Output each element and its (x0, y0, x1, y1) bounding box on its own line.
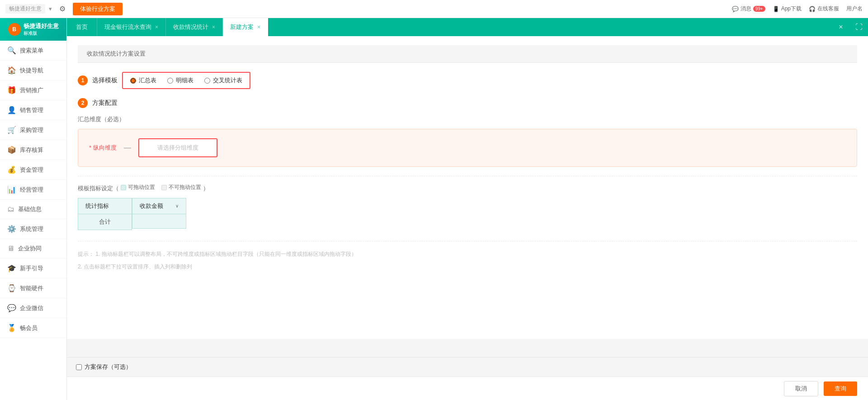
sidebar-item-newbie[interactable]: 🎓 新手引导 (0, 259, 66, 278)
sidebar-item-system[interactable]: ⚙️ 系统管理 (0, 219, 66, 239)
step1-number: 1 (78, 75, 88, 85)
save-checkbox-label[interactable]: 方案保存（可选） (76, 363, 132, 371)
radio-summary-label: 汇总表 (139, 76, 156, 85)
member-icon: 🏅 (7, 324, 16, 332)
tab-collection-close[interactable]: × (212, 24, 215, 30)
save-label: 方案保存（可选） (85, 363, 132, 371)
tab-home[interactable]: 首页 (67, 18, 97, 36)
sidebar-item-label: 资金管理 (20, 166, 43, 174)
tab-home-label: 首页 (76, 23, 88, 31)
metrics-stat-header: 统计指标 (78, 198, 132, 214)
dimension-input-area: * 纵向维度 — 请选择分组维度 (78, 129, 857, 167)
watch-icon: ⌚ (7, 284, 16, 292)
radio-detail-input[interactable] (167, 78, 173, 84)
metrics-title: 模板指标设定（ 可拖动位置 不可拖动位置 (78, 184, 209, 193)
tips-item-2: 2. 点击标题栏下拉可设置排序、插入列和删除列 (78, 261, 857, 272)
page-title: 收款情况统计方案设置 (78, 45, 857, 63)
sidebar-item-purchase[interactable]: 🛒 采购管理 (0, 120, 66, 140)
page-content: 收款情况统计方案设置 1 选择模板 汇总表 (67, 36, 868, 357)
sidebar-item-finance[interactable]: 💰 资金管理 (0, 160, 66, 180)
chart-icon: 📊 (7, 185, 16, 194)
user-name: 用户名 (846, 5, 863, 13)
sidebar-item-operations[interactable]: 📊 经营管理 (0, 180, 66, 200)
sidebar-item-search[interactable]: 🔍 搜索菜单 (0, 41, 66, 61)
sidebar-item-label: 畅会员 (20, 324, 38, 332)
sidebar-item-marketing[interactable]: 🎁 营销推广 (0, 80, 66, 100)
movable-dot (121, 185, 126, 190)
message-label: 消息 (741, 5, 751, 13)
top-header: 畅捷通好生意 ▾ ⚙ 体验行业方案 💬 消息 99+ 📱 App下载 🎧 在线客… (0, 0, 868, 18)
sidebar-item-sales[interactable]: 👤 销售管理 (0, 100, 66, 120)
metrics-grid: 统计指标 合计 收款金额 ∨ (78, 198, 857, 230)
message-icon: 💬 (732, 6, 739, 12)
window-close-btn[interactable]: × (832, 18, 850, 36)
sidebar-item-label: 系统管理 (20, 225, 43, 233)
radio-cross-input[interactable] (204, 78, 210, 84)
dimension-placeholder[interactable]: 请选择分组维度 (138, 138, 217, 157)
tab-cashflow-close[interactable]: × (155, 24, 158, 30)
step1-title: 选择模板 (92, 76, 118, 85)
cancel-button[interactable]: 取消 (784, 381, 818, 396)
step2-section: 2 方案配置 汇总维度（必选） * 纵向维度 — 请选择分组维度 (78, 98, 857, 272)
money-icon: 💰 (7, 165, 16, 174)
sidebar-item-label: 快捷导航 (20, 66, 43, 75)
online-service-action[interactable]: 🎧 在线客服 (809, 5, 839, 13)
radio-detail[interactable]: 明细表 (167, 76, 193, 85)
tab-new-plan-close[interactable]: × (257, 24, 260, 30)
radio-detail-label: 明细表 (176, 76, 193, 85)
radio-summary-input[interactable] (130, 78, 136, 84)
wechat-icon: 💬 (7, 304, 16, 312)
radio-summary[interactable]: 汇总表 (130, 76, 156, 85)
sidebar-item-label: 销售管理 (20, 106, 43, 114)
window-expand-btn[interactable]: ⛶ (850, 18, 868, 36)
sidebar-item-label: 营销推广 (20, 86, 43, 94)
person-icon: 👤 (7, 106, 16, 114)
sidebar-item-member[interactable]: 🏅 畅会员 (0, 318, 66, 338)
tips-title: 提示： 1. 拖动标题栏可以调整布局，不可跨维度或指标区域拖动栏目字段（只能在同… (78, 249, 857, 259)
download-icon: 📱 (773, 6, 779, 12)
metrics-section: 模板指标设定（ 可拖动位置 不可拖动位置 (78, 176, 857, 230)
breadcrumb-dropdown[interactable]: ▾ (49, 5, 52, 12)
radio-cross[interactable]: 交叉统计表 (204, 76, 242, 85)
stat-header-label: 统计指标 (85, 202, 109, 210)
sidebar-logo: B 畅捷通好生意 标准版 (0, 18, 66, 41)
settings-container: 收款情况统计方案设置 1 选择模板 汇总表 (67, 36, 868, 339)
folder-icon: 🗂 (7, 205, 14, 213)
unmovable-label: 不可拖动位置 (169, 184, 201, 191)
logo-sub-text: 标准版 (24, 30, 59, 37)
metrics-col-amount: 收款金额 ∨ (132, 198, 186, 230)
step2-title: 方案配置 (92, 99, 118, 107)
trial-button[interactable]: 体验行业方案 (73, 3, 123, 15)
settings-icon: ⚙️ (7, 225, 16, 233)
breadcrumb: 畅捷通好生意 (5, 4, 45, 14)
message-action[interactable]: 💬 消息 99+ (732, 5, 765, 13)
app-download-action[interactable]: 📱 App下载 (773, 5, 802, 13)
service-icon: 🎧 (809, 6, 816, 12)
logo-text-area: 畅捷通好生意 标准版 (24, 22, 59, 37)
tab-collection-stats[interactable]: 收款情况统计 × (166, 18, 223, 36)
tab-new-plan[interactable]: 新建方案 × (223, 18, 268, 36)
col-dropdown-icon[interactable]: ∨ (175, 203, 179, 208)
message-badge: 99+ (753, 6, 765, 12)
sidebar-item-inventory[interactable]: 📦 库存核算 (0, 140, 66, 160)
tab-new-plan-label: 新建方案 (230, 23, 254, 31)
header-right: 💬 消息 99+ 📱 App下载 🎧 在线客服 用户名 (732, 5, 863, 13)
save-checkbox-input[interactable] (76, 364, 82, 370)
metrics-separator (156, 185, 160, 192)
unmovable-dot (161, 185, 167, 190)
guide-icon: 🎓 (7, 264, 16, 273)
metrics-amount-header[interactable]: 收款金额 ∨ (132, 198, 186, 214)
tab-bar-end: × ⛶ (832, 18, 868, 36)
dimension-row-label: * 纵向维度 (89, 144, 117, 152)
sidebar-item-quicknav[interactable]: 🏠 快捷导航 (0, 61, 66, 80)
sidebar-item-wechat[interactable]: 💬 企业微信 (0, 298, 66, 318)
query-button[interactable]: 查询 (824, 381, 857, 396)
tab-bar: 首页 现金银行流水查询 × 收款情况统计 × 新建方案 × × ⛶ (67, 18, 868, 36)
sidebar-item-basic-info[interactable]: 🗂 基础信息 (0, 200, 66, 219)
sidebar-item-hardware[interactable]: ⌚ 智能硬件 (0, 278, 66, 298)
tab-cashflow[interactable]: 现金银行流水查询 × (97, 18, 166, 36)
sidebar-item-label: 经营管理 (20, 186, 43, 194)
gear-icon[interactable]: ⚙ (59, 5, 66, 13)
sidebar-item-enterprise[interactable]: 🖥 企业协同 (0, 239, 66, 259)
content-area: 首页 现金银行流水查询 × 收款情况统计 × 新建方案 × × ⛶ (67, 18, 868, 400)
